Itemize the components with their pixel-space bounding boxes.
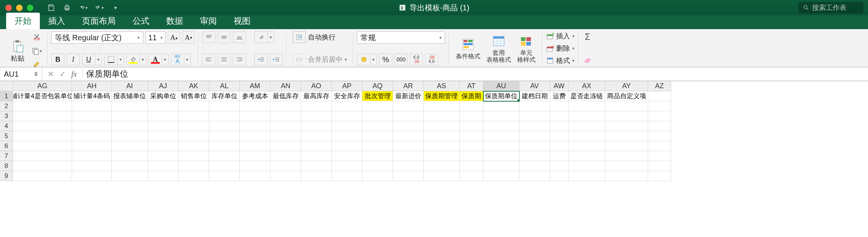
cell-AI6[interactable] bbox=[112, 141, 148, 151]
cell-AR1[interactable]: 最新进价 bbox=[393, 91, 424, 101]
row-header-2[interactable]: 2 bbox=[0, 101, 13, 111]
cell-AT9[interactable] bbox=[460, 171, 483, 181]
cell-AQ7[interactable] bbox=[362, 151, 393, 161]
column-header-AL[interactable]: AL bbox=[209, 81, 240, 91]
cell-AG5[interactable] bbox=[13, 131, 72, 141]
cell-AH9[interactable] bbox=[72, 171, 112, 181]
cell-AV2[interactable] bbox=[519, 101, 550, 111]
cell-AW8[interactable] bbox=[550, 161, 568, 171]
column-header-AY[interactable]: AY bbox=[605, 81, 648, 91]
wrap-text-button[interactable]: 自动换行 bbox=[290, 31, 338, 43]
minimize-window-button[interactable] bbox=[16, 5, 23, 11]
cell-AH4[interactable] bbox=[72, 121, 112, 131]
cell-AH6[interactable] bbox=[72, 141, 112, 151]
cell-AI3[interactable] bbox=[112, 111, 148, 121]
cell-AO6[interactable] bbox=[301, 141, 332, 151]
cell-AQ9[interactable] bbox=[362, 171, 393, 181]
cell-AZ6[interactable] bbox=[648, 141, 671, 151]
borders-button[interactable] bbox=[104, 54, 117, 65]
cell-AG3[interactable] bbox=[13, 111, 72, 121]
clear-button[interactable] bbox=[582, 54, 593, 65]
cell-AN4[interactable] bbox=[270, 121, 301, 131]
cell-AU6[interactable] bbox=[483, 141, 519, 151]
cell-AS7[interactable] bbox=[424, 151, 460, 161]
cell-AG2[interactable] bbox=[13, 101, 72, 111]
cell-AV4[interactable] bbox=[519, 121, 550, 131]
cell-AV1[interactable]: 建档日期 bbox=[519, 91, 550, 101]
orientation-button[interactable]: ab bbox=[254, 31, 267, 43]
cell-AI7[interactable] bbox=[112, 151, 148, 161]
insert-function-button[interactable]: fx bbox=[71, 70, 77, 79]
cell-AK3[interactable] bbox=[179, 111, 209, 121]
row-header-9[interactable]: 9 bbox=[0, 171, 13, 181]
cell-AS9[interactable] bbox=[424, 171, 460, 181]
cell-AU5[interactable] bbox=[483, 131, 519, 141]
cell-AX5[interactable] bbox=[568, 131, 605, 141]
cell-AV8[interactable] bbox=[519, 161, 550, 171]
font-color-dropdown[interactable]: ▾ bbox=[162, 54, 169, 65]
cell-AP4[interactable] bbox=[332, 121, 362, 131]
cell-AM1[interactable]: 参考成本 bbox=[240, 91, 270, 101]
align-center-button[interactable] bbox=[218, 54, 231, 65]
cell-AP1[interactable]: 安全库存 bbox=[332, 91, 362, 101]
cell-AM7[interactable] bbox=[240, 151, 270, 161]
cell-AJ3[interactable] bbox=[148, 111, 179, 121]
cell-AW3[interactable] bbox=[550, 111, 568, 121]
cell-AH8[interactable] bbox=[72, 161, 112, 171]
cell-AY3[interactable] bbox=[605, 111, 648, 121]
tab-数据[interactable]: 数据 bbox=[158, 13, 192, 29]
cell-AJ9[interactable] bbox=[148, 171, 179, 181]
cell-AO1[interactable]: 最高库存 bbox=[301, 91, 332, 101]
cell-AM3[interactable] bbox=[240, 111, 270, 121]
cell-AL6[interactable] bbox=[209, 141, 240, 151]
font-name-select[interactable]: 等线 Regular (正文)▾ bbox=[51, 31, 143, 44]
cell-AT6[interactable] bbox=[460, 141, 483, 151]
cell-AT8[interactable] bbox=[460, 161, 483, 171]
fill-color-dropdown[interactable]: ▾ bbox=[139, 54, 146, 65]
underline-dropdown[interactable]: ▾ bbox=[95, 54, 102, 65]
cell-AS2[interactable] bbox=[424, 101, 460, 111]
cell-AO8[interactable] bbox=[301, 161, 332, 171]
cell-AY9[interactable] bbox=[605, 171, 648, 181]
cell-AO3[interactable] bbox=[301, 111, 332, 121]
cell-AP8[interactable] bbox=[332, 161, 362, 171]
phonetic-dropdown[interactable]: ▾ bbox=[184, 54, 191, 65]
column-header-AG[interactable]: AG bbox=[13, 81, 72, 91]
cell-AN2[interactable] bbox=[270, 101, 301, 111]
cell-AX3[interactable] bbox=[568, 111, 605, 121]
cell-AK4[interactable] bbox=[179, 121, 209, 131]
cell-AY6[interactable] bbox=[605, 141, 648, 151]
column-header-AP[interactable]: AP bbox=[332, 81, 362, 91]
cell-AK9[interactable] bbox=[179, 171, 209, 181]
enter-formula-button[interactable]: ✓ bbox=[59, 69, 66, 79]
cell-AP6[interactable] bbox=[332, 141, 362, 151]
cell-AH1[interactable]: 辅计量4条码 bbox=[72, 91, 112, 101]
cell-AR9[interactable] bbox=[393, 171, 424, 181]
cell-AT5[interactable] bbox=[460, 131, 483, 141]
cut-button[interactable] bbox=[30, 31, 44, 43]
autosum-button[interactable]: Σ bbox=[582, 31, 593, 42]
cell-AT2[interactable] bbox=[460, 101, 483, 111]
cell-AX2[interactable] bbox=[568, 101, 605, 111]
increase-indent-button[interactable] bbox=[270, 54, 283, 65]
row-header-5[interactable]: 5 bbox=[0, 131, 13, 141]
redo-button[interactable]: ▾ bbox=[95, 3, 104, 12]
cell-AV5[interactable] bbox=[519, 131, 550, 141]
insert-cells-button[interactable]: 插入▾ bbox=[546, 31, 575, 41]
cell-AI9[interactable] bbox=[112, 171, 148, 181]
align-right-button[interactable] bbox=[233, 54, 246, 65]
cell-AW1[interactable]: 运费 bbox=[550, 91, 568, 101]
cell-AZ2[interactable] bbox=[648, 101, 671, 111]
cell-AT7[interactable] bbox=[460, 151, 483, 161]
cell-AH3[interactable] bbox=[72, 111, 112, 121]
column-header-AM[interactable]: AM bbox=[240, 81, 270, 91]
column-header-AQ[interactable]: AQ bbox=[362, 81, 393, 91]
cell-AW9[interactable] bbox=[550, 171, 568, 181]
cell-AK7[interactable] bbox=[179, 151, 209, 161]
decrease-font-size-button[interactable]: A▾ bbox=[182, 31, 195, 44]
cell-AY4[interactable] bbox=[605, 121, 648, 131]
cell-AH5[interactable] bbox=[72, 131, 112, 141]
cell-AK6[interactable] bbox=[179, 141, 209, 151]
cell-AX6[interactable] bbox=[568, 141, 605, 151]
cell-AO4[interactable] bbox=[301, 121, 332, 131]
